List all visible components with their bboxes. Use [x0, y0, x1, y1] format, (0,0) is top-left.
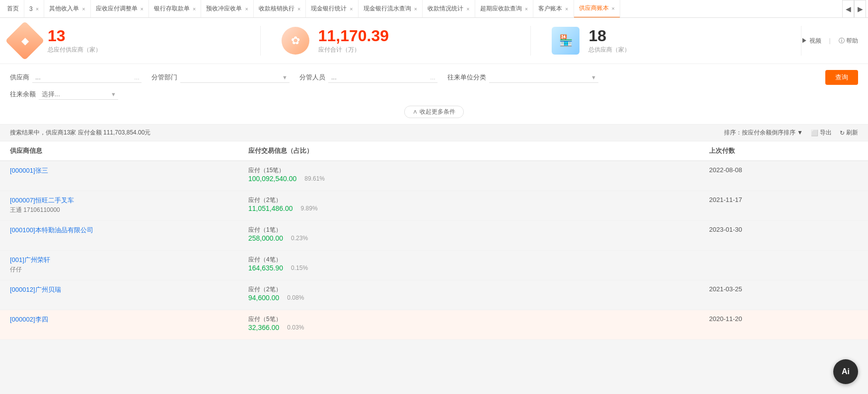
tx-amount-4[interactable]: 94,600.00	[248, 294, 279, 302]
nav-tab-receipt-stat[interactable]: 收款情况统计 ×	[423, 0, 475, 18]
close-tab-overdue-query[interactable]: ×	[525, 6, 528, 12]
supplier-info-4: [000012]广州贝瑞	[10, 285, 248, 294]
transaction-info-3: 应付（4笔） 164,635.90 0.15%	[248, 256, 709, 272]
export-icon: ⬜	[811, 130, 818, 136]
supplier-link-4[interactable]: [000012]广州贝瑞	[10, 286, 61, 293]
person-input-wrap: …	[328, 72, 437, 83]
tx-row-4: 94,600.00 0.08%	[248, 294, 709, 302]
dept-input[interactable]	[180, 72, 289, 83]
tx-amount-1[interactable]: 11,051,486.00	[248, 204, 293, 212]
nav-arrow-right[interactable]: ▶	[854, 0, 866, 18]
supplier-link-2[interactable]: [000100]本特勤油品有限公司	[10, 226, 93, 234]
result-info: 搜索结果中，供应商13家 应付金额 111,703,854.00元	[10, 129, 150, 137]
transaction-info-5: 应付（5笔） 32,366.00 0.03%	[248, 315, 709, 331]
last-pay-1: 2021-11-17	[709, 196, 858, 203]
dept-label: 分管部门	[151, 73, 177, 82]
summary-card-total-suppliers: 🏪 18 总供应商（家）	[531, 26, 801, 56]
category-select-wrap: ▼	[489, 72, 598, 83]
nav-tab-home[interactable]: 首页	[2, 0, 24, 18]
total-suppliers-number: 18	[588, 27, 630, 45]
close-tab-prepay[interactable]: ×	[245, 6, 248, 12]
nav-tab-bank-deposit[interactable]: 银行存取款单 ×	[149, 0, 201, 18]
nav-tab-3[interactable]: 3 ×	[24, 0, 44, 18]
close-tab-other-income[interactable]: ×	[82, 6, 85, 12]
supplier-link-0[interactable]: [000001]张三	[10, 167, 48, 174]
refresh-icon: ↻	[840, 130, 845, 136]
last-pay-5: 2020-11-20	[709, 315, 858, 323]
supplier-link-1[interactable]: [000007]恒旺二手叉车	[10, 197, 74, 204]
person-label: 分管人员	[299, 73, 325, 82]
nav-tab-ap-adjust[interactable]: 应收应付调整单 ×	[91, 0, 149, 18]
tx-amount-5[interactable]: 32,366.00	[248, 324, 279, 331]
sort-button[interactable]: 排序：按应付余额倒序排序 ▼	[724, 129, 803, 137]
video-link[interactable]: ▶ 视频	[801, 37, 821, 45]
close-tab-cash-bank-stat[interactable]: ×	[350, 6, 353, 12]
summary-actions: ▶ 视频 | ⓘ 帮助	[801, 37, 858, 45]
total-suppliers-label: 总供应商（家）	[588, 46, 630, 54]
tx-amount-3[interactable]: 164,635.90	[248, 264, 283, 272]
refresh-button[interactable]: ↻ 刷新	[840, 129, 858, 137]
header-last-pay: 上次付数	[709, 146, 858, 155]
help-link[interactable]: ⓘ 帮助	[839, 37, 858, 45]
supplier-info-0: [000001]张三	[10, 166, 248, 175]
tx-percent-1: 9.89%	[301, 205, 318, 212]
supplier-link-5[interactable]: [000002]李四	[10, 316, 48, 323]
last-pay-0: 2022-08-08	[709, 166, 858, 174]
tx-label-3: 应付（4笔）	[248, 256, 709, 264]
close-tab-customer-account[interactable]: ×	[565, 6, 568, 12]
query-button[interactable]: 查询	[825, 70, 858, 85]
balance-input[interactable]	[39, 89, 118, 100]
nav-tab-prepay[interactable]: 预收冲应收单 ×	[201, 0, 253, 18]
collapse-bar: ∧ 收起更多条件	[10, 104, 858, 120]
table-row: [001]广州荣轩 仔仔 应付（4笔） 164,635.90 0.15%	[0, 251, 868, 280]
close-tab-bank-deposit[interactable]: ×	[193, 6, 196, 12]
transaction-info-2: 应付（1笔） 258,000.00 0.23%	[248, 226, 709, 242]
person-input[interactable]	[328, 72, 437, 83]
filter-row-1: 供应商 … 分管部门 ▼ 分管人员 … 往来单位分类 ▼	[10, 70, 858, 85]
close-tab-cash-bank-flow[interactable]: ×	[414, 6, 417, 12]
nav-tab-supplier-account[interactable]: 供应商账本 ×	[574, 0, 620, 18]
ai-button[interactable]: Ai	[833, 359, 858, 384]
filter-category: 往来单位分类 ▼	[447, 72, 598, 83]
filter-row-2: 往来余额 ▼	[10, 89, 858, 100]
balance-select-wrap: ▼	[39, 89, 118, 100]
nav-tab-overdue-query[interactable]: 超期应收款查询 ×	[475, 0, 533, 18]
collapse-button[interactable]: ∧ 收起更多条件	[404, 106, 463, 118]
table-header: 供应商信息 应付交易信息（占比） 上次付数	[0, 141, 868, 161]
close-tab-receipt-stat[interactable]: ×	[466, 6, 469, 12]
ap-suppliers-number: 13	[48, 27, 101, 45]
category-input[interactable]	[489, 72, 598, 83]
close-tab-3[interactable]: ×	[36, 6, 39, 12]
table-row: [000002]李四 应付（5笔） 32,366.00 0.03% 2020-1…	[0, 310, 868, 340]
tx-amount-0[interactable]: 100,092,540.00	[248, 175, 296, 183]
supplier-info-5: [000002]李四	[10, 315, 248, 324]
close-tab-receipt-verify[interactable]: ×	[297, 6, 300, 12]
nav-arrows: ◀ ▶	[842, 0, 866, 18]
shop-icon: 🏪	[551, 26, 580, 56]
collapse-up-icon: ∧	[413, 108, 418, 115]
tx-label-0: 应付（15笔）	[248, 166, 709, 175]
tx-percent-0: 89.61%	[304, 175, 325, 182]
table-row: [000012]广州贝瑞 应付（2笔） 94,600.00 0.08% 2021…	[0, 280, 868, 310]
nav-tab-customer-account[interactable]: 客户账本 ×	[533, 0, 574, 18]
export-button[interactable]: ⬜ 导出	[811, 129, 832, 137]
supplier-input[interactable]	[32, 72, 142, 83]
supplier-link-3[interactable]: [001]广州荣轩	[10, 256, 50, 263]
summary-content-total-suppliers: 18 总供应商（家）	[588, 27, 630, 54]
tx-amount-2[interactable]: 258,000.00	[248, 234, 283, 242]
nav-tab-cash-bank-stat[interactable]: 现金银行统计 ×	[306, 0, 358, 18]
tx-percent-5: 0.03%	[287, 324, 304, 331]
table-row: [000001]张三 应付（15笔） 100,092,540.00 89.61%…	[0, 161, 868, 191]
close-tab-supplier-account[interactable]: ×	[612, 5, 615, 11]
nav-arrow-left[interactable]: ◀	[842, 0, 854, 18]
nav-tab-other-income[interactable]: 其他收入单 ×	[44, 0, 90, 18]
nav-tab-receipt-verify[interactable]: 收款核销执行 ×	[254, 0, 306, 18]
nav-tab-cash-bank-flow[interactable]: 现金银行流水查询 ×	[359, 0, 423, 18]
table-row: [000100]本特勤油品有限公司 应付（1笔） 258,000.00 0.23…	[0, 221, 868, 251]
tx-label-5: 应付（5笔）	[248, 315, 709, 324]
diamond-icon: ◆	[10, 26, 40, 56]
table-body: [000001]张三 应付（15笔） 100,092,540.00 89.61%…	[0, 161, 868, 340]
last-pay-4: 2021-03-25	[709, 285, 858, 293]
close-tab-ap-adjust[interactable]: ×	[141, 6, 144, 12]
supplier-info-2: [000100]本特勤油品有限公司	[10, 226, 248, 235]
